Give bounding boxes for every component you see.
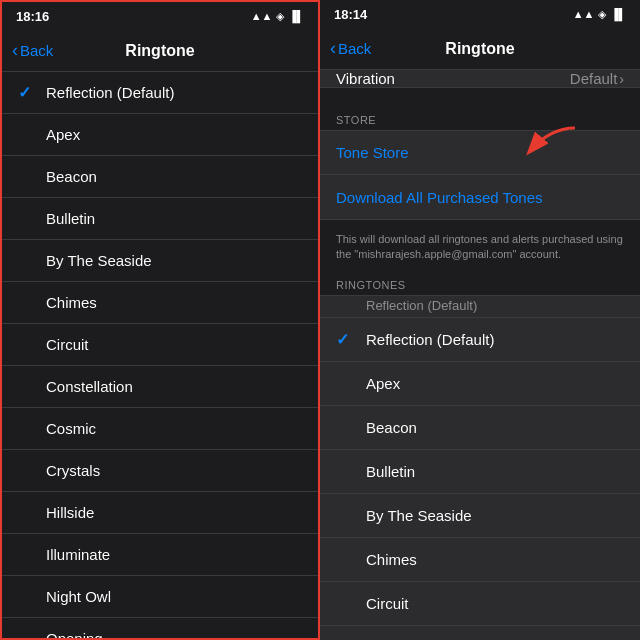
check-icon: ✓	[336, 330, 354, 349]
item-label: Beacon	[366, 419, 417, 436]
download-purchased-label: Download All Purchased Tones	[336, 189, 543, 206]
tone-store-item[interactable]: Tone Store	[320, 131, 640, 175]
left-back-button[interactable]: ‹ Back	[12, 40, 53, 61]
check-icon: ✓	[18, 83, 36, 102]
left-status-icons: ▲▲ ◈ ▐▌	[251, 10, 304, 23]
item-label: Apex	[46, 126, 80, 143]
left-back-chevron-icon: ‹	[12, 40, 18, 61]
right-list-item[interactable]: Bulletin	[320, 450, 640, 494]
right-list-item[interactable]: Chimes	[320, 538, 640, 582]
right-list-item[interactable]: Beacon	[320, 406, 640, 450]
right-signal-icon: ▲▲	[573, 8, 595, 20]
left-list-item[interactable]: Bulletin	[2, 198, 318, 240]
vibration-row[interactable]: Vibration Default ›	[320, 70, 640, 88]
right-list-item[interactable]: Circuit	[320, 582, 640, 626]
left-list-item[interactable]: Chimes	[2, 282, 318, 324]
right-status-bar: 18:14 ▲▲ ◈ ▐▌	[320, 0, 640, 28]
item-label: Chimes	[46, 294, 97, 311]
left-list-item[interactable]: Beacon	[2, 156, 318, 198]
right-list-item[interactable]: Constellation	[320, 626, 640, 640]
vibration-value: Default ›	[570, 70, 624, 87]
right-ringtone-list: Reflection (Default) ✓Reflection (Defaul…	[320, 295, 640, 640]
item-label: Constellation	[46, 378, 133, 395]
item-label: Crystals	[46, 462, 100, 479]
vibration-chevron-icon: ›	[619, 71, 624, 87]
right-status-icons: ▲▲ ◈ ▐▌	[573, 8, 626, 21]
store-section: Tone Store Download All Purchased Tones	[320, 130, 640, 220]
left-list-item[interactable]: Illuminate	[2, 534, 318, 576]
left-list-item[interactable]: By The Seaside	[2, 240, 318, 282]
item-label: Reflection (Default)	[46, 84, 174, 101]
item-label: Opening	[46, 630, 103, 638]
right-list-item[interactable]: ✓Reflection (Default)	[320, 318, 640, 362]
store-section-header: Store	[320, 106, 640, 130]
store-note: This will download all ringtones and ale…	[320, 226, 640, 273]
left-time: 18:16	[16, 9, 49, 24]
right-back-label: Back	[338, 40, 371, 57]
item-label: Apex	[366, 375, 400, 392]
left-ringtone-list: ✓Reflection (Default)ApexBeaconBulletinB…	[2, 72, 318, 638]
right-wifi-icon: ◈	[598, 8, 606, 21]
left-list-item[interactable]: Cosmic	[2, 408, 318, 450]
left-panel: 18:16 ▲▲ ◈ ▐▌ ‹ Back Ringtone ✓Reflectio…	[0, 0, 320, 640]
left-list-item[interactable]: Apex	[2, 114, 318, 156]
left-nav-title: Ringtone	[125, 42, 194, 60]
vibration-value-text: Default	[570, 70, 618, 87]
right-nav-bar: ‹ Back Ringtone	[320, 28, 640, 70]
left-status-bar: 18:16 ▲▲ ◈ ▐▌	[2, 2, 318, 30]
right-list-item[interactable]: Apex	[320, 362, 640, 406]
left-list-item[interactable]: Opening	[2, 618, 318, 638]
item-label: Cosmic	[46, 420, 96, 437]
left-list-item[interactable]: Constellation	[2, 366, 318, 408]
item-label: Bulletin	[46, 210, 95, 227]
item-label: Reflection (Default)	[366, 331, 494, 348]
partial-item: Reflection (Default)	[320, 296, 640, 318]
right-panel: 18:14 ▲▲ ◈ ▐▌ ‹ Back Ringtone Vibration …	[320, 0, 640, 640]
left-back-label: Back	[20, 42, 53, 59]
right-back-button[interactable]: ‹ Back	[330, 38, 371, 59]
item-label: Illuminate	[46, 546, 110, 563]
right-back-chevron-icon: ‹	[330, 38, 336, 59]
left-list-item[interactable]: Night Owl	[2, 576, 318, 618]
tone-store-label: Tone Store	[336, 144, 409, 161]
item-label: Circuit	[46, 336, 89, 353]
item-label: By The Seaside	[366, 507, 472, 524]
item-label: Circuit	[366, 595, 409, 612]
item-label: Bulletin	[366, 463, 415, 480]
vibration-label: Vibration	[336, 70, 395, 87]
battery-icon: ▐▌	[288, 10, 304, 22]
right-time: 18:14	[334, 7, 367, 22]
right-list-item[interactable]: By The Seaside	[320, 494, 640, 538]
ringtones-section-header: Ringtones	[320, 273, 640, 295]
item-label: Beacon	[46, 168, 97, 185]
wifi-icon: ◈	[276, 10, 284, 23]
left-list-item[interactable]: Hillside	[2, 492, 318, 534]
item-label: By The Seaside	[46, 252, 152, 269]
item-label: Hillside	[46, 504, 94, 521]
right-nav-title: Ringtone	[445, 40, 514, 58]
item-label: Chimes	[366, 551, 417, 568]
left-list-item[interactable]: Crystals	[2, 450, 318, 492]
left-nav-bar: ‹ Back Ringtone	[2, 30, 318, 72]
left-list-item[interactable]: ✓Reflection (Default)	[2, 72, 318, 114]
signal-icon: ▲▲	[251, 10, 273, 22]
left-list-item[interactable]: Circuit	[2, 324, 318, 366]
download-purchased-item[interactable]: Download All Purchased Tones	[320, 175, 640, 219]
right-battery-icon: ▐▌	[610, 8, 626, 20]
item-label: Night Owl	[46, 588, 111, 605]
